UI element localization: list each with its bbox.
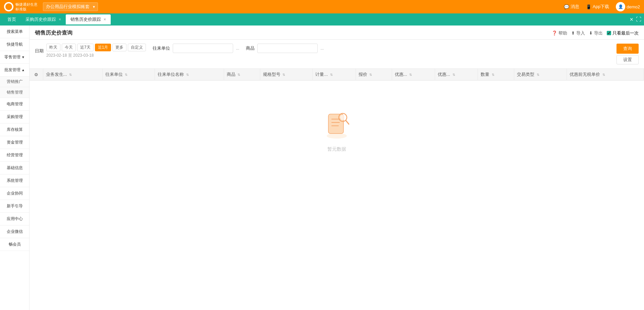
- column-transaction-type[interactable]: 交易类型 ⇅: [514, 69, 567, 81]
- tab-close-sales[interactable]: ×: [104, 17, 106, 22]
- sidebar-item-finance[interactable]: 资金管理: [0, 136, 29, 149]
- product-filter-ellipsis[interactable]: ...: [320, 46, 324, 51]
- date-btn-more[interactable]: 更多: [112, 44, 126, 51]
- sidebar-item-purchase[interactable]: 采购管理: [0, 111, 29, 123]
- sidebar-item-retail[interactable]: 零售管理 ▼: [0, 51, 29, 64]
- sidebar-item-marketing[interactable]: 营销推广: [0, 76, 29, 87]
- product-filter-label: 商品: [246, 45, 255, 51]
- column-quote[interactable]: 报价 ⇅: [356, 69, 392, 81]
- fullscreen-button[interactable]: ⛶: [636, 16, 641, 22]
- column-product[interactable]: 商品 ⇅: [224, 69, 260, 81]
- page-title: 销售历史价查询: [35, 30, 72, 37]
- sidebar-item-sales-mgmt[interactable]: 销售管理: [0, 87, 29, 98]
- svg-point-0: [327, 133, 347, 139]
- sort-icon: ⇅: [369, 73, 372, 76]
- sort-icon: ⇅: [452, 73, 455, 76]
- main-content: 销售历史价查询 ❓ 帮助 ⬆ 导入 ⬇ 导出: [30, 25, 644, 310]
- sidebar: 搜索菜单 快捷导航 零售管理 ▼ 批发管理 ▲ 营销推广 销售管理 电商管理 采…: [0, 25, 30, 310]
- message-icon: 💬: [564, 4, 569, 9]
- page-container: 销售历史价查询 ❓ 帮助 ⬆ 导入 ⬇ 导出: [30, 25, 644, 310]
- tab-purchase-history[interactable]: 采购历史价跟踪 ×: [21, 14, 66, 24]
- sidebar-item-enterprise[interactable]: 企业协同: [0, 187, 29, 200]
- tab-home[interactable]: 首页: [3, 14, 21, 24]
- sort-icon: ⇅: [237, 73, 240, 76]
- sort-icon: ⇅: [186, 73, 189, 76]
- close-all-tabs-button[interactable]: ×: [630, 16, 633, 23]
- sort-icon: ⇅: [409, 73, 412, 76]
- date-btn-custom[interactable]: 自定义: [128, 44, 146, 51]
- product-filter-group: 商品 ...: [246, 44, 324, 53]
- partner-filter-input[interactable]: [173, 44, 233, 53]
- empty-text: 暂元数据: [327, 146, 346, 152]
- sort-icon: ⇅: [492, 73, 494, 76]
- date-filter-label: 日期: [35, 48, 44, 54]
- sort-icon: ⇅: [330, 73, 333, 76]
- dropdown-arrow-icon: ▼: [92, 5, 96, 9]
- sidebar-item-guide[interactable]: 新手引导: [0, 200, 29, 213]
- sort-icon: ⇅: [537, 73, 539, 76]
- sidebar-item-operations[interactable]: 经营管理: [0, 149, 29, 162]
- tab-bar: 首页 采购历史价跟踪 × 销售历史价跟踪 × × ⛶: [0, 13, 644, 25]
- sort-icon: ⇅: [282, 73, 285, 76]
- column-quantity[interactable]: 数量 ⇅: [478, 69, 514, 81]
- date-btn-today[interactable]: 今天: [62, 44, 76, 51]
- table-header-row: ⚙ 业务发生... ⇅ 往来单位 ⇅ 往来单位名称: [30, 69, 644, 81]
- settings-button[interactable]: 设置: [616, 55, 639, 64]
- export-icon: ⬇: [589, 31, 593, 36]
- column-partner-name[interactable]: 往来单位名称 ⇅: [155, 69, 224, 81]
- import-button[interactable]: ⬆ 导入: [571, 30, 585, 36]
- sort-icon: ⇅: [69, 73, 72, 76]
- sidebar-item-apps[interactable]: 应用中心: [0, 213, 29, 225]
- column-settings[interactable]: ⚙: [30, 69, 43, 81]
- top-bar-right: 💬 消息 📱 App下载 👤 demo2: [564, 2, 640, 11]
- main-layout: 搜索菜单 快捷导航 零售管理 ▼ 批发管理 ▲ 营销推广 销售管理 电商管理 采…: [0, 25, 644, 310]
- date-btn-1month[interactable]: 近1月: [95, 44, 111, 51]
- sidebar-item-wholesale[interactable]: 批发管理 ▲: [0, 64, 29, 76]
- empty-state: 暂元数据: [30, 81, 644, 172]
- tab-sales-history[interactable]: 销售历史价跟踪 ×: [66, 14, 111, 24]
- message-button[interactable]: 💬 消息: [564, 4, 579, 10]
- column-unit[interactable]: 计量... ⇅: [313, 69, 356, 81]
- date-filter-group: 日期 昨天 今天 近7天 近1月 更多 自定义 2023-02-18 至 202…: [35, 44, 146, 58]
- help-button[interactable]: ❓ 帮助: [552, 30, 567, 36]
- sort-icon: ⇅: [602, 73, 605, 76]
- partner-filter-label: 往来单位: [153, 45, 170, 51]
- sidebar-item-inventory[interactable]: 库存核算: [0, 123, 29, 136]
- tab-close-purchase[interactable]: ×: [59, 17, 61, 22]
- app-download-button[interactable]: 📱 App下载: [586, 4, 609, 10]
- chevron-down-icon: ▼: [21, 55, 25, 59]
- help-icon: ❓: [552, 31, 557, 36]
- brand-name: 畅捷通好生意 标准版: [15, 2, 38, 12]
- last-only-checkbox-group: 只看最后一次: [607, 30, 639, 36]
- sort-icon: ⇅: [125, 73, 127, 76]
- date-btn-yesterday[interactable]: 昨天: [46, 44, 60, 51]
- column-business-date[interactable]: 业务发生... ⇅: [43, 69, 102, 81]
- export-button[interactable]: ⬇ 导出: [589, 30, 603, 36]
- logo-icon: [4, 2, 13, 11]
- sidebar-item-system[interactable]: 系统管理: [0, 174, 29, 187]
- column-discount2[interactable]: 优惠... ⇅: [435, 69, 478, 81]
- column-discount1[interactable]: 优惠... ⇅: [392, 69, 435, 81]
- column-pretax-price[interactable]: 优惠前无税单价 ⇅: [567, 69, 644, 81]
- account-dropdown[interactable]: 办公用品行业模拟账套 ▼: [43, 2, 98, 11]
- sidebar-item-wechat[interactable]: 企业微信: [0, 225, 29, 238]
- date-btn-7days[interactable]: 近7天: [77, 44, 94, 51]
- sidebar-item-search[interactable]: 搜索菜单: [0, 25, 29, 38]
- product-filter-input[interactable]: [257, 44, 318, 53]
- search-button[interactable]: 查询: [616, 44, 639, 54]
- last-only-checkbox[interactable]: [607, 31, 611, 35]
- sidebar-item-quicknav[interactable]: 快捷导航: [0, 38, 29, 51]
- filter-bar: 日期 昨天 今天 近7天 近1月 更多 自定义 2023-02-18 至 202…: [30, 40, 644, 69]
- svg-point-7: [340, 115, 345, 120]
- user-menu[interactable]: 👤 demo2: [616, 2, 640, 11]
- column-spec[interactable]: 规格型号 ⇅: [260, 69, 313, 81]
- sidebar-item-ecommerce[interactable]: 电商管理: [0, 98, 29, 111]
- top-bar: 畅捷通好生意 标准版 办公用品行业模拟账套 ▼ 💬 消息 📱 App下载 👤 d…: [0, 0, 644, 13]
- avatar: 👤: [616, 2, 625, 11]
- partner-filter-ellipsis[interactable]: ...: [236, 46, 239, 51]
- data-table: ⚙ 业务发生... ⇅ 往来单位 ⇅ 往来单位名称: [30, 69, 644, 81]
- import-icon: ⬆: [571, 31, 575, 36]
- column-partner-code[interactable]: 往来单位 ⇅: [102, 69, 155, 81]
- sidebar-item-basics[interactable]: 基础信息: [0, 162, 29, 174]
- sidebar-item-membership[interactable]: 畅会员: [0, 238, 29, 251]
